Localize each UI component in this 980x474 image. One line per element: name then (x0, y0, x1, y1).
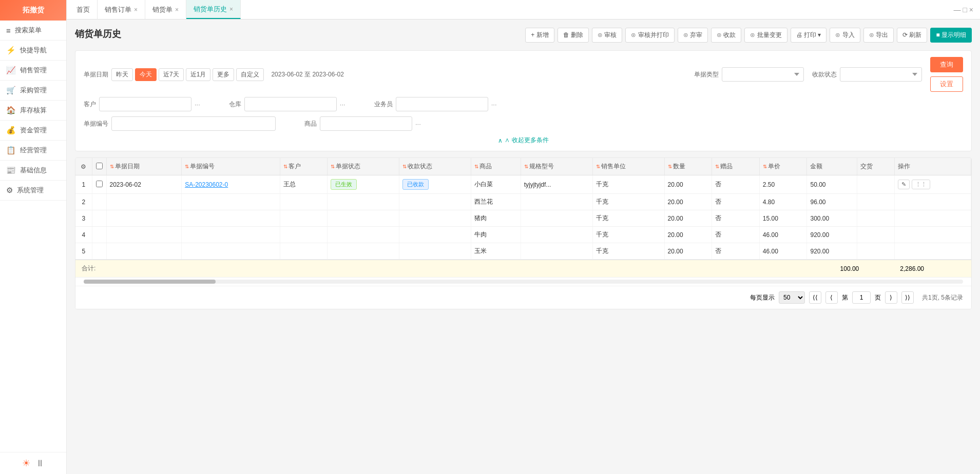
tab-sales-history[interactable]: 销货单历史 × (186, 0, 241, 19)
export-button[interactable]: ⊙ 导出 (863, 28, 894, 43)
first-page-btn[interactable]: ⟨⟨ (809, 291, 821, 304)
row1-more-btn[interactable]: ⋮⋮ (912, 180, 930, 189)
sidebar-item-finance[interactable]: 💰 资金管理 (0, 121, 66, 141)
sidebar-item-basic-info[interactable]: 📰 基础信息 (0, 161, 66, 181)
agent-input[interactable] (396, 97, 488, 111)
warehouse-input[interactable] (244, 97, 337, 111)
query-button[interactable]: 查询 (930, 57, 963, 72)
tab-sales-history-close[interactable]: × (229, 6, 233, 13)
main-area: 首页 销售订单 × 销货单 × 销货单历史 × — □ × 销货单历史 + 新增… (67, 0, 980, 474)
agent-dots[interactable]: ··· (491, 101, 497, 108)
col-doc-no[interactable]: ⇅单据编号 (182, 158, 280, 175)
type-select[interactable] (722, 67, 804, 82)
sidebar-item-inventory[interactable]: 🏠 库存核算 (0, 101, 66, 121)
row3-customer (280, 210, 328, 227)
date-today[interactable]: 今天 (135, 68, 157, 81)
last-page-btn[interactable]: ⟩⟩ (901, 291, 914, 304)
sidebar-item-label: 搜索菜单 (15, 26, 42, 35)
col-spec[interactable]: ⇅规格型号 (521, 158, 592, 175)
purchase-icon: 🛒 (6, 86, 16, 95)
row5-unit: 千克 (592, 243, 664, 260)
col-doc-date[interactable]: ⇅单据日期 (106, 158, 182, 175)
goods-dots[interactable]: ··· (415, 120, 421, 128)
discard-button[interactable]: ⊙ 弃审 (678, 28, 708, 43)
fake-scrollbar[interactable] (84, 280, 963, 284)
date-custom[interactable]: 自定义 (236, 68, 264, 81)
sidebar-item-operations[interactable]: 📋 经营管理 (0, 141, 66, 161)
prev-page-btn[interactable]: ⟨ (825, 291, 838, 304)
tab-sales-order[interactable]: 销售订单 × (98, 0, 145, 19)
doc-no-label: 单据编号 (84, 120, 108, 128)
tab-sales-order-close[interactable]: × (134, 6, 138, 13)
row2-price: 4.80 (759, 194, 807, 210)
date-more[interactable]: 更多 (213, 68, 234, 81)
sidebar-item-purchase-mgmt[interactable]: 🛒 采购管理 (0, 81, 66, 101)
date-yesterday[interactable]: 昨天 (111, 68, 133, 81)
customer-dots[interactable]: ··· (195, 101, 200, 108)
col-settings[interactable]: ⚙ (75, 158, 92, 175)
app-logo: 拓撤货 (0, 0, 66, 21)
row1-checkbox[interactable] (96, 181, 103, 187)
filter-customer: 客户 ··· (84, 97, 200, 111)
per-page-select[interactable]: 10 20 50 100 (779, 291, 805, 304)
collect-button[interactable]: ⊙ 收款 (711, 28, 741, 43)
row1-edit-btn[interactable]: ✎ (898, 180, 910, 189)
sidebar-item-sales-mgmt[interactable]: 📈 销售管理 (0, 61, 66, 81)
row4-check[interactable] (92, 227, 106, 243)
sidebar-item-search-menu[interactable]: ≡ 搜索菜单 (0, 21, 66, 41)
row4-pay-status (399, 227, 471, 243)
doc-no-input[interactable] (111, 116, 276, 131)
setting-button[interactable]: 设置 (930, 76, 963, 92)
customer-input[interactable] (99, 97, 191, 111)
audit-button[interactable]: ⊙ 审核 (592, 28, 622, 43)
batch-change-button[interactable]: ⊙ 批量变更 (744, 28, 787, 43)
collapse-btn[interactable]: ∧ ∧ 收起更多条件 (498, 136, 548, 145)
col-checkbox[interactable] (92, 158, 106, 175)
import-button[interactable]: ⊙ 导入 (830, 28, 860, 43)
col-gift[interactable]: ⇅赠品 (712, 158, 760, 175)
col-goods[interactable]: ⇅商品 (471, 158, 521, 175)
delete-button[interactable]: 🗑 删除 (558, 28, 589, 43)
next-page-btn[interactable]: ⟩ (885, 291, 897, 304)
goods-input[interactable] (320, 116, 412, 131)
status-select[interactable] (840, 67, 922, 82)
sidebar-bottom-icon2[interactable]: ⏸ (35, 458, 45, 469)
row1-doc-no[interactable]: SA-20230602-0 (182, 175, 280, 194)
window-close-btn[interactable]: — □ × (954, 6, 977, 14)
finance-icon: 💰 (6, 126, 16, 135)
sidebar-item-quick-nav[interactable]: ⚡ 快捷导航 (0, 41, 66, 61)
tab-home[interactable]: 首页 (69, 0, 98, 19)
new-button[interactable]: + 新增 (525, 28, 554, 43)
summary-total-amount: 2,286.00 (900, 265, 965, 272)
row3-trade (857, 210, 895, 227)
row3-check[interactable] (92, 210, 106, 227)
col-unit[interactable]: ⇅销售单位 (592, 158, 664, 175)
operations-icon: 📋 (6, 146, 16, 155)
date-7days[interactable]: 近7天 (159, 68, 184, 81)
col-pay-status[interactable]: ⇅收款状态 (399, 158, 471, 175)
print-button[interactable]: 🖨 打印 ▾ (791, 28, 827, 43)
warehouse-dots[interactable]: ··· (340, 101, 345, 108)
row2-goods: 西兰花 (471, 194, 521, 210)
col-doc-status[interactable]: ⇅单据状态 (328, 158, 399, 175)
row5-goods: 玉米 (471, 243, 521, 260)
tab-sales-history-label: 销货单历史 (194, 5, 227, 14)
select-all-checkbox[interactable] (96, 163, 103, 169)
col-price[interactable]: ⇅单价 (759, 158, 807, 175)
page-input[interactable] (852, 291, 871, 304)
audit-print-button[interactable]: ⊙ 审核并打印 (625, 28, 674, 43)
tab-bar: 首页 销售订单 × 销货单 × 销货单历史 × — □ × (67, 0, 980, 19)
sidebar-bottom-icon1[interactable]: ☀ (22, 458, 30, 469)
show-detail-button[interactable]: ■ 显示明细 (930, 28, 972, 43)
tab-sales-goods[interactable]: 销货单 × (145, 0, 186, 19)
col-customer[interactable]: ⇅客户 (280, 158, 328, 175)
row5-check[interactable] (92, 243, 106, 260)
row2-check[interactable] (92, 194, 106, 210)
row1-check[interactable] (92, 175, 106, 194)
sidebar-item-sys-mgmt[interactable]: ⚙ 系统管理 (0, 181, 66, 201)
tab-sales-goods-close[interactable]: × (175, 6, 179, 13)
col-qty[interactable]: ⇅数量 (664, 158, 712, 175)
date-1month[interactable]: 近1月 (186, 68, 211, 81)
refresh-button[interactable]: ⟳ 刷新 (897, 28, 927, 43)
inventory-icon: 🏠 (6, 106, 16, 115)
